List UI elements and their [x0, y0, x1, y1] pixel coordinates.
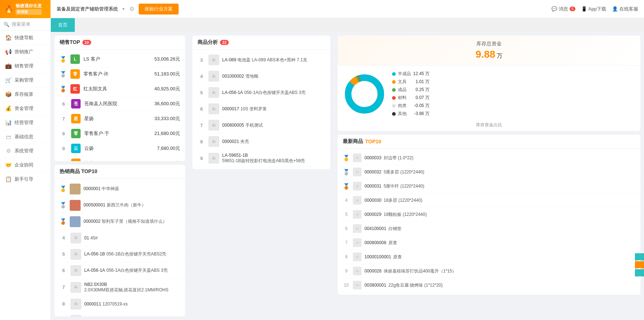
new-info-3: 00000315厘中纤 (1220*2440) [364, 183, 635, 189]
new-info-7: 000800008原查 [364, 240, 635, 246]
comm-name-7: 手机测试 [245, 123, 263, 128]
new-medal-3: 🥉 [343, 183, 350, 190]
settings-icon[interactable]: ⚙ [129, 5, 134, 12]
prod-info-1: 0000001 中华神器 [83, 186, 180, 192]
avatar-2: 零 [70, 69, 80, 79]
sidebar-item-system[interactable]: ⚙ 系统管理 [0, 144, 50, 158]
sidebar-item-basic[interactable]: 🗃 基础信息 [0, 130, 50, 144]
prod-code-1: 0000001 [83, 186, 101, 191]
sidebar: 🔥 畅捷通好生意 标准版 🔍 搜索菜单 🏠 快捷导航 📢 营销推广 💼 销售管理… [0, 0, 51, 320]
customer-name-3: 红太阳文具 [83, 86, 151, 92]
inventory-card: 库存总资金 9.88 万 [338, 36, 640, 131]
brand-badge: 标准版 [16, 9, 42, 15]
prod-img-2 [70, 200, 81, 211]
new-img-6: Ai [353, 224, 362, 233]
new-prod-2: 🥈 Ai 00000325厘多层 (1220*2440) [338, 165, 640, 179]
legend-val-1: 12.45 万 [413, 71, 429, 77]
avatar-8: 尚 [71, 159, 81, 161]
customer-name-6: 零售客户·于 [84, 130, 151, 137]
new-rank-4: 4 [343, 198, 350, 203]
new-products-highlight: TOP10 [365, 139, 381, 144]
sidebar-item-finance[interactable]: 💰 资金管理 [0, 102, 50, 116]
inventory-total: 库存总资金 9.88 万 [338, 36, 640, 66]
online-service-btn[interactable]: 👤 在线客服 [612, 6, 638, 12]
new-rank-9: 9 [343, 268, 350, 274]
sidebar-item-label: 销售管理 [15, 63, 33, 69]
new-info-2: 00000325厘多层 (1220*2440) [364, 169, 635, 175]
comm-img-5: Ai [208, 87, 219, 98]
topbar: 装备及固定资产辅助管理系统 ▾ ⚙ 体验行业方案 💬 消息 6 📱 App下载 … [51, 0, 644, 18]
sidebar-item-inventory[interactable]: 📦 库存核算 [0, 87, 50, 102]
sidebar-item-quick[interactable]: 🏠 快捷导航 [0, 31, 50, 45]
management-icon: 📊 [5, 119, 12, 126]
trial-button[interactable]: 体验行业方案 [139, 4, 179, 15]
float-btn-community[interactable]: 服务社区 [635, 261, 644, 268]
medal-icon-2: 🥈 [60, 71, 67, 78]
avatar-6: 零 [71, 129, 81, 138]
comm-code-4: 001000002 [222, 74, 244, 79]
inventory-sub-label: 库存资金占比 [338, 122, 640, 131]
sidebar-search[interactable]: 🔍 搜索菜单 [0, 18, 50, 31]
sidebar-item-sales[interactable]: 💼 销售管理 [0, 59, 50, 73]
prod-img-7: Ai [70, 282, 81, 293]
legend-dot-3 [392, 88, 396, 92]
brand: 🔥 畅捷通好生意 标准版 [0, 0, 50, 18]
comm-rank-6: 6 [197, 106, 205, 112]
svg-rect-2 [70, 216, 81, 227]
sidebar-item-label: 系统管理 [15, 148, 33, 154]
sidebar-item-marketing[interactable]: 📢 营销推广 [0, 45, 50, 59]
comm-img-9: Ai [208, 153, 219, 164]
tab-home[interactable]: 首页 [51, 18, 75, 32]
svg-rect-1 [70, 200, 81, 211]
new-products-title: 最新商品 [343, 138, 363, 145]
app-download-label: App下载 [588, 6, 606, 12]
prod-item-9: 9 Ai KK-SD22110H 花语萌恒温分腿睡袋（厚款） [54, 312, 185, 316]
sidebar-item-guide[interactable]: 📋 新手引导 [0, 172, 50, 186]
sidebar-item-management[interactable]: 📊 经营管理 [0, 116, 50, 130]
customer-value-2: 51,183.00元 [154, 71, 180, 77]
legend-label-2: 文具 [398, 79, 413, 85]
avatar-5: 星 [71, 114, 81, 123]
new-info-10: 00380000122g鱼豆腐·烧烤味 (1*12*20) [364, 282, 635, 288]
prod-name-6: 056-1A白色按键开关盖ABS 3壳 [106, 268, 168, 273]
prod-medal-2: 🥈 [60, 202, 67, 209]
comm-info-9: LA-59651-1B 59651-1B旋转投影灯电池盒ABS黑色+58壳 [222, 152, 325, 164]
sidebar-item-coop[interactable]: 🤝 企业协同 [0, 158, 50, 172]
app-download-btn[interactable]: 📱 App下载 [581, 6, 606, 12]
sidebar-item-label: 经营管理 [15, 119, 33, 126]
messages-btn[interactable]: 💬 消息 6 [551, 6, 575, 12]
system-icon: ⚙ [5, 148, 12, 154]
comm-rank-9: 9 [197, 156, 205, 161]
legend-dot-2 [392, 80, 396, 84]
sidebar-item-label: 企业协同 [15, 162, 33, 168]
comm-code-5: LA-056-1A [222, 90, 243, 95]
app-icon: 📱 [581, 6, 587, 12]
new-prod-10: 10 Ai 00380000122g鱼豆腐·烧烤味 (1*12*20) [338, 278, 640, 292]
float-btn-hotline[interactable]: 客服热线 [635, 253, 644, 260]
legend-val-5: -0.05 万 [414, 103, 430, 109]
prod-item-5: 5 Ai LA-056-1B 056-1B白色按键开关壳ABS2壳 [54, 246, 185, 263]
comm-info-4: 001000002 雪地靴 [222, 73, 325, 79]
comm-img-4: Ai [208, 71, 219, 82]
prod-item-1: 🥇 0000001 中华神器 [54, 181, 185, 197]
new-prod-3: 🥉 Ai 00000315厘中纤 (1220*2440) [338, 179, 640, 193]
comm-info-3: LA-089 电池盖 LA-089 ABS本色+黑种 7.1克 [222, 57, 325, 63]
customer-value-8: 7,563.00元 [157, 160, 180, 161]
main: 装备及固定资产辅助管理系统 ▾ ⚙ 体验行业方案 💬 消息 6 📱 App下载 … [51, 0, 644, 320]
prod-info-8: 0000011 12070519-xs [84, 301, 180, 307]
donut-chart [343, 72, 386, 116]
medal-icon-3: 🥉 [60, 86, 67, 93]
prod-img-9: Ai [70, 315, 81, 316]
floating-buttons: 客服热线 服务社区 直播 [635, 253, 644, 276]
prod-name-7: 2.0X30MM双搓花轴,搓花直径2.1MM/ROHS [84, 287, 168, 292]
commodity-item-4: 4 Ai 001000002 雪地靴 [192, 68, 330, 85]
prod-code-4: 01 [84, 235, 89, 241]
legend-item-2: 文具 1.01 万 [392, 79, 429, 85]
commodity-item-5: 5 Ai LA-056-1A 056-1A白色按键开关盖ABS 3壳 [192, 85, 330, 101]
sidebar-item-purchase[interactable]: 🛒 采购管理 [0, 73, 50, 87]
comm-rank-8: 8 [197, 139, 205, 144]
avatar-3: 红 [70, 84, 80, 94]
inventory-value-display: 9.88 万 [343, 49, 635, 60]
rank-item-8: 10 尚 尚态 7,563.00元 [54, 156, 185, 161]
float-btn-live[interactable]: 直播 [635, 269, 644, 276]
